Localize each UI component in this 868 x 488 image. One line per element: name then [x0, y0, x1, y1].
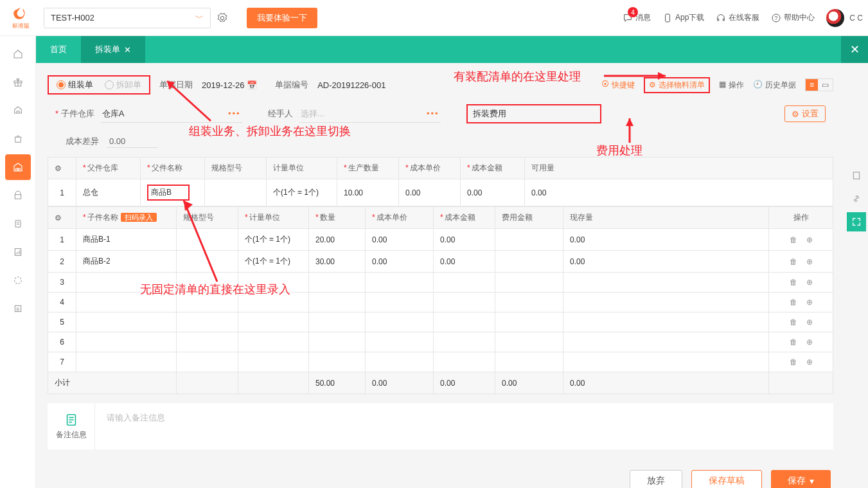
rr-link-icon[interactable] — [847, 189, 866, 208]
col-child-spec: 规格型号 — [177, 207, 238, 229]
more-icon: ••• — [228, 109, 241, 118]
view-card-icon: ▭ — [818, 79, 833, 91]
top-actions: 消息 4 App下载 在线客服 ? 帮助中心 C C — [623, 9, 863, 27]
ops-menu[interactable]: ▦操作 — [719, 80, 744, 91]
add-icon[interactable]: ⊕ — [806, 338, 813, 347]
settings-button[interactable]: ⚙设置 — [784, 105, 826, 122]
table-row[interactable]: 2 商品B-2 个(1个 = 1个)30.00 0.000.00 0.00 🗑 … — [48, 251, 833, 273]
svg-rect-3 — [15, 221, 21, 228]
remarks-block: 备注信息 请输入备注信息 — [48, 403, 833, 449]
add-icon[interactable]: ⊕ — [806, 257, 813, 266]
rail-gift-icon[interactable] — [5, 69, 31, 95]
doc-date-input[interactable]: 2019-12-26 📅 — [202, 80, 257, 90]
delete-icon[interactable]: 🗑 — [790, 357, 797, 366]
remarks-input[interactable]: 请输入备注信息 — [95, 403, 833, 449]
view-toggle[interactable]: ≡▭ — [805, 78, 833, 91]
sub-warehouse-input[interactable]: 仓库A••• — [101, 105, 242, 123]
table-row[interactable]: 4 🗑 ⊕ — [48, 293, 833, 312]
delete-icon[interactable]: 🗑 — [790, 298, 797, 307]
footer-bar: 放弃 保存草稿 保存▾ — [48, 464, 833, 488]
more-icon: ••• — [427, 109, 439, 118]
help-center-button[interactable]: ? 帮助中心 — [771, 12, 815, 23]
radio-assemble[interactable]: 组装单 — [57, 79, 93, 91]
rail-report-icon[interactable] — [5, 239, 31, 265]
delete-icon[interactable]: 🗑 — [790, 278, 797, 287]
discard-button[interactable]: 放弃 — [630, 470, 682, 488]
toolbar-row-1: 组装单 拆卸单 单据日期 2019-12-26 📅 单据编号 AD-201912… — [48, 73, 833, 96]
tabs-close-all[interactable]: ✕ — [841, 36, 868, 63]
table-row[interactable]: 6 🗑 ⊕ — [48, 332, 833, 352]
close-icon[interactable]: ✕ — [124, 45, 131, 55]
remarks-label-box: 备注信息 — [48, 403, 95, 449]
child-table: ⚙ 子件名称扫码录入 规格型号 计量单位 数量 成本单价 成本金额 费用金额 现… — [48, 206, 833, 394]
online-service-button[interactable]: 在线客服 — [716, 12, 759, 23]
col-parent-name: 父件名称 — [147, 163, 182, 172]
col-parent-cu: 成本单价 — [405, 163, 441, 172]
scan-tag[interactable]: 扫码录入 — [121, 213, 157, 222]
user-menu[interactable]: C C — [826, 9, 863, 27]
delete-icon[interactable]: 🗑 — [790, 257, 797, 266]
add-icon[interactable]: ⊕ — [806, 298, 813, 307]
rail-bag-icon[interactable] — [5, 126, 31, 152]
history-icon: 🕘 — [753, 80, 763, 91]
gear-small-icon: ⚙ — [649, 80, 656, 89]
svg-rect-8 — [853, 172, 859, 179]
account-selector[interactable]: TEST-H002 ﹀ — [44, 8, 211, 28]
table-row[interactable]: 7 🗑 ⊕ — [48, 352, 833, 372]
order-type-radio-group: 组装单 拆卸单 — [48, 75, 150, 95]
parent-name-cell[interactable]: 商品B — [147, 185, 190, 201]
settings-icon[interactable] — [217, 13, 227, 23]
col-child-ca: 成本金额 — [440, 213, 475, 222]
parent-row[interactable]: 1 总仓 商品B 个(1个 = 1个) 10.00 0.00 0.00 0.00 — [48, 179, 833, 206]
rail-clipboard-icon[interactable] — [5, 211, 31, 237]
flame-icon — [12, 5, 29, 22]
handler-input[interactable]: 选择...••• — [299, 105, 441, 123]
delete-icon[interactable]: 🗑 — [790, 235, 797, 244]
app-logo: 标准版 — [5, 5, 36, 30]
rail-sync-icon[interactable] — [5, 267, 31, 293]
col-child-ops: 操作 — [769, 207, 833, 229]
col-child-fee: 费用金额 — [495, 207, 563, 229]
add-icon[interactable]: ⊕ — [806, 318, 813, 327]
gear-col-icon[interactable]: ⚙ — [48, 207, 76, 229]
rail-warehouse-icon[interactable] — [5, 154, 31, 180]
rr-expand-icon[interactable] — [847, 212, 866, 231]
history-button[interactable]: 🕘历史单据 — [753, 80, 796, 91]
form-row-2: 子件仓库 仓库A••• 经手人 选择...••• 拆装费用 ⚙设置 — [48, 96, 833, 123]
handler-label: 经手人 — [268, 108, 293, 120]
subtotal-row: 小计 50.000.00 0.000.00 0.00 — [48, 372, 833, 394]
save-button[interactable]: 保存▾ — [771, 470, 831, 488]
chevron-down-icon: ﹀ — [195, 12, 204, 24]
rail-home-icon[interactable] — [5, 41, 31, 67]
add-icon[interactable]: ⊕ — [806, 278, 813, 287]
delete-icon[interactable]: 🗑 — [790, 338, 797, 347]
doc-no-value: AD-20191226-001 — [317, 80, 385, 90]
radio-disassemble[interactable]: 拆卸单 — [105, 79, 141, 91]
svg-text:新: 新 — [16, 307, 20, 311]
save-draft-button[interactable]: 保存草稿 — [691, 470, 762, 488]
trial-button[interactable]: 我要体验一下 — [247, 8, 317, 28]
messages-button[interactable]: 消息 4 — [623, 12, 651, 23]
delete-icon[interactable]: 🗑 — [790, 318, 797, 327]
select-bom-button[interactable]: ⚙选择物料清单 — [644, 77, 710, 93]
calendar-icon: 📅 — [247, 80, 257, 90]
svg-rect-0 — [666, 14, 670, 22]
rr-note-icon[interactable] — [847, 166, 866, 185]
quick-key-button[interactable]: ⦿ 快捷键 — [601, 80, 635, 91]
rail-new-icon[interactable]: 新 — [5, 296, 31, 321]
table-row[interactable]: 3 🗑 ⊕ — [48, 273, 833, 293]
doc-date-label: 单据日期 — [159, 79, 193, 91]
add-icon[interactable]: ⊕ — [806, 357, 813, 366]
fee-input[interactable]: 拆装费用 — [466, 104, 601, 123]
table-row[interactable]: 1 商品B-1 个(1个 = 1个)20.00 0.000.00 0.00 🗑 … — [48, 229, 833, 251]
doc-no-label: 单据编号 — [275, 79, 308, 91]
add-icon[interactable]: ⊕ — [806, 235, 813, 244]
app-download-button[interactable]: App下载 — [662, 12, 704, 23]
messages-badge: 4 — [628, 7, 638, 17]
tab-home[interactable]: 首页 — [36, 36, 81, 63]
rail-cloud-icon[interactable] — [5, 98, 31, 123]
table-row[interactable]: 5 🗑 ⊕ — [48, 312, 833, 332]
gear-col-icon[interactable]: ⚙ — [48, 158, 76, 179]
tab-assembly-order[interactable]: 拆装单 ✕ — [81, 36, 145, 63]
rail-money-icon[interactable] — [5, 183, 31, 208]
